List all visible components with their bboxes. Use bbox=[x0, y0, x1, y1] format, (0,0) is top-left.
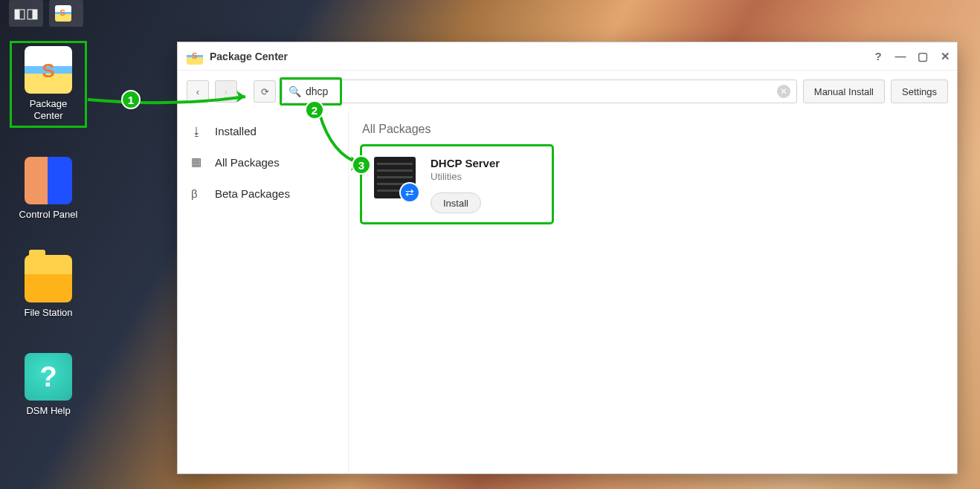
window-title: Package Center bbox=[210, 51, 872, 62]
desktop-icon-dsm-help[interactable]: ? DSM Help bbox=[15, 353, 82, 417]
package-card-dhcp-server[interactable]: ⇄ DHCP Server Utilities Install bbox=[362, 146, 552, 222]
beta-icon: β bbox=[191, 187, 204, 200]
package-center-icon bbox=[25, 46, 72, 94]
sidebar-item-all-packages[interactable]: ▦ All Packages bbox=[178, 146, 348, 178]
sidebar-item-label: All Packages bbox=[215, 156, 280, 169]
download-icon: ⭳ bbox=[191, 125, 204, 137]
section-title: All Packages bbox=[362, 123, 944, 136]
search-input[interactable] bbox=[306, 80, 773, 103]
refresh-button[interactable]: ⟳ bbox=[254, 80, 276, 103]
chevron-left-icon: ‹ bbox=[196, 86, 199, 97]
clear-search-button[interactable]: ✕ bbox=[777, 85, 790, 98]
taskbar-apps-button[interactable]: ◧◨ bbox=[9, 0, 43, 27]
package-category: Utilities bbox=[431, 171, 540, 182]
search-field-wrap: 🔍 ✕ bbox=[282, 80, 797, 103]
sidebar-item-installed[interactable]: ⭳ Installed bbox=[178, 115, 348, 146]
minimize-button[interactable]: — bbox=[894, 50, 906, 63]
help-button[interactable]: ? bbox=[872, 50, 884, 63]
help-icon: ? bbox=[25, 353, 72, 401]
toolbar: ‹ › ⟳ 🔍 ✕ Manual Install Settings bbox=[178, 71, 957, 112]
maximize-button[interactable]: ▢ bbox=[917, 50, 929, 63]
desktop-icon-label: Package Center bbox=[15, 98, 82, 123]
refresh-icon: ⟳ bbox=[261, 86, 269, 97]
main-content: All Packages ⇄ DHCP Server Utilities Ins… bbox=[349, 112, 957, 473]
desktop-icon-label: File Station bbox=[15, 307, 82, 319]
package-center-icon bbox=[187, 48, 203, 65]
package-name: DHCP Server bbox=[431, 157, 540, 169]
annotation-badge-1: 1 bbox=[121, 90, 141, 109]
desktop-icon-label: DSM Help bbox=[15, 405, 82, 417]
sidebar-item-label: Installed bbox=[215, 125, 257, 137]
folder-icon bbox=[25, 255, 72, 302]
network-icon: ⇄ bbox=[399, 182, 420, 203]
nav-back-button[interactable]: ‹ bbox=[187, 80, 209, 103]
taskbar-package-center-button[interactable] bbox=[49, 0, 83, 27]
nav-forward-button[interactable]: › bbox=[215, 80, 237, 103]
close-button[interactable]: ✕ bbox=[939, 50, 951, 63]
package-center-window: Package Center ? — ▢ ✕ ‹ › ⟳ 🔍 ✕ Manual … bbox=[177, 42, 958, 474]
sidebar: ⭳ Installed ▦ All Packages β Beta Packag… bbox=[178, 112, 349, 473]
grid-icon: ◧◨ bbox=[13, 5, 39, 22]
grid-icon: ▦ bbox=[191, 155, 204, 169]
dhcp-server-icon: ⇄ bbox=[374, 157, 416, 198]
manual-install-button[interactable]: Manual Install bbox=[803, 80, 885, 103]
search-icon: 🔍 bbox=[288, 85, 301, 97]
titlebar: Package Center ? — ▢ ✕ bbox=[178, 42, 957, 71]
sidebar-item-label: Beta Packages bbox=[215, 187, 290, 200]
desktop-icon-file-station[interactable]: File Station bbox=[15, 255, 82, 319]
desktop-icon-package-center[interactable]: Package Center bbox=[15, 46, 82, 123]
desktop-icon-control-panel[interactable]: Control Panel bbox=[15, 157, 82, 221]
sidebar-item-beta-packages[interactable]: β Beta Packages bbox=[178, 178, 348, 209]
package-center-icon bbox=[55, 5, 71, 22]
settings-button[interactable]: Settings bbox=[891, 80, 948, 103]
desktop-icon-label: Control Panel bbox=[15, 209, 82, 221]
control-panel-icon bbox=[25, 157, 72, 204]
chevron-right-icon: › bbox=[225, 86, 228, 97]
install-button[interactable]: Install bbox=[431, 192, 481, 213]
